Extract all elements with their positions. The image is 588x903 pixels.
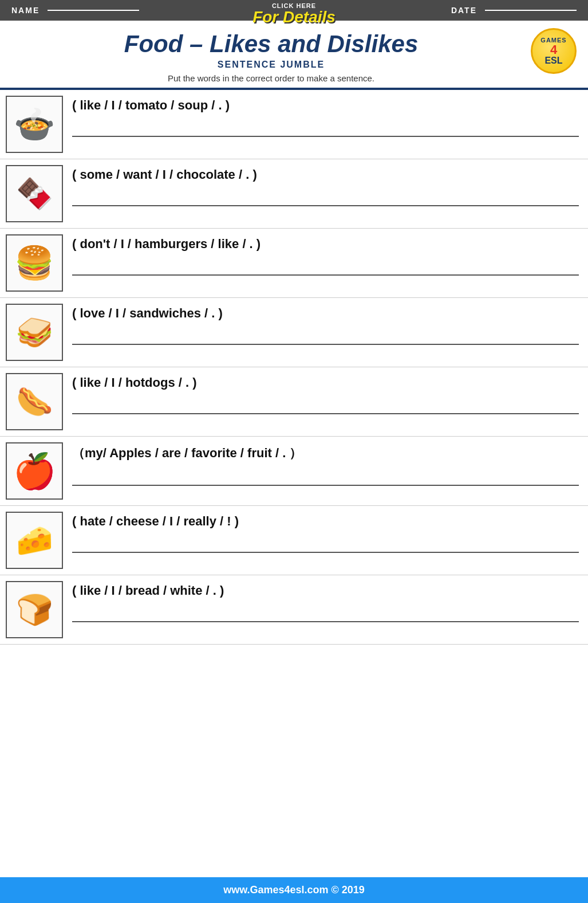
date-underline (485, 10, 577, 11)
jumble-text-1: ( like / I / tomato / soup / . ) (72, 98, 579, 113)
date-label: DATE (451, 6, 577, 15)
exercise-content-4: ( love / I / sandwiches / . ) (72, 304, 588, 350)
footer-text: www.Games4esl.com © 2019 (223, 884, 365, 896)
answer-line-6[interactable] (72, 472, 579, 486)
header-bar: NAME CLICK HERE For Details DATE (0, 0, 588, 21)
jumble-text-8: ( like / I / bread / white / . ) (72, 583, 579, 598)
exercise-row-2: 🍫 ( some / want / I / chocolate / . ) (0, 159, 588, 229)
click-big-text: For Details (252, 9, 336, 25)
exercise-row-6: 🍎 （my/ Apples / are / favorite / fruit /… (0, 437, 588, 506)
exercise-content-8: ( like / I / bread / white / . ) (72, 581, 588, 627)
logo: GAMES 4 ESL (531, 28, 577, 74)
date-text: DATE (451, 6, 477, 15)
exercise-row-1: 🍲 ( like / I / tomato / soup / . ) (0, 90, 588, 159)
food-image-6: 🍎 (6, 442, 63, 500)
title-block: Food – Likes and Dislikes SENTENCE JUMBL… (11, 31, 531, 83)
logo-esl: ESL (544, 56, 562, 65)
exercise-content-3: ( don't / I / hamburgers / like / . ) (72, 234, 588, 280)
instruction: Put the words in the correct order to ma… (11, 73, 531, 83)
name-label: NAME (11, 6, 139, 15)
food-emoji-2: 🍫 (16, 176, 53, 211)
food-emoji-8: 🍞 (16, 592, 53, 627)
food-image-8: 🍞 (6, 581, 63, 638)
jumble-text-7: ( hate / cheese / I / really / ! ) (72, 514, 579, 529)
food-image-3: 🍔 (6, 234, 63, 292)
exercise-content-6: （my/ Apples / are / favorite / fruit / .… (72, 442, 588, 490)
click-here-banner[interactable]: CLICK HERE For Details (252, 2, 336, 25)
food-image-2: 🍫 (6, 165, 63, 222)
answer-line-7[interactable] (72, 539, 579, 553)
food-image-7: 🧀 (6, 512, 63, 569)
jumble-text-6: （my/ Apples / are / favorite / fruit / .… (72, 445, 579, 462)
exercises-container: 🍲 ( like / I / tomato / soup / . ) 🍫 ( s… (0, 90, 588, 877)
exercise-row-5: 🌭 ( like / I / hotdogs / . ) (0, 367, 588, 437)
answer-line-5[interactable] (72, 401, 579, 414)
food-emoji-3: 🍔 (14, 244, 54, 282)
food-image-1: 🍲 (6, 96, 63, 153)
jumble-text-5: ( like / I / hotdogs / . ) (72, 375, 579, 390)
exercise-content-1: ( like / I / tomato / soup / . ) (72, 96, 588, 142)
food-emoji-5: 🌭 (16, 384, 53, 419)
exercise-row-8: 🍞 ( like / I / bread / white / . ) (0, 575, 588, 645)
jumble-text-3: ( don't / I / hamburgers / like / . ) (72, 237, 579, 252)
food-emoji-1: 🍲 (14, 105, 55, 144)
food-emoji-6: 🍎 (13, 451, 56, 492)
answer-line-3[interactable] (72, 262, 579, 276)
subtitle: SENTENCE JUMBLE (11, 60, 531, 70)
name-text: NAME (11, 6, 40, 15)
exercise-row-3: 🍔 ( don't / I / hamburgers / like / . ) (0, 229, 588, 298)
food-emoji-4: 🥪 (16, 315, 53, 350)
jumble-text-4: ( love / I / sandwiches / . ) (72, 306, 579, 321)
footer: www.Games4esl.com © 2019 (0, 877, 588, 903)
title-section: Food – Likes and Dislikes SENTENCE JUMBL… (0, 21, 588, 90)
exercise-content-7: ( hate / cheese / I / really / ! ) (72, 512, 588, 557)
food-emoji-7: 🧀 (16, 523, 53, 558)
food-image-4: 🥪 (6, 304, 63, 361)
exercise-content-2: ( some / want / I / chocolate / . ) (72, 165, 588, 211)
logo-four: 4 (550, 44, 557, 56)
exercise-row-4: 🥪 ( love / I / sandwiches / . ) (0, 298, 588, 367)
jumble-text-2: ( some / want / I / chocolate / . ) (72, 167, 579, 182)
answer-line-8[interactable] (72, 608, 579, 622)
name-underline (48, 10, 139, 11)
answer-line-1[interactable] (72, 123, 579, 137)
answer-line-2[interactable] (72, 193, 579, 206)
answer-line-4[interactable] (72, 331, 579, 345)
food-image-5: 🌭 (6, 373, 63, 430)
exercise-content-5: ( like / I / hotdogs / . ) (72, 373, 588, 419)
main-title: Food – Likes and Dislikes (11, 31, 531, 57)
exercise-row-7: 🧀 ( hate / cheese / I / really / ! ) (0, 506, 588, 575)
